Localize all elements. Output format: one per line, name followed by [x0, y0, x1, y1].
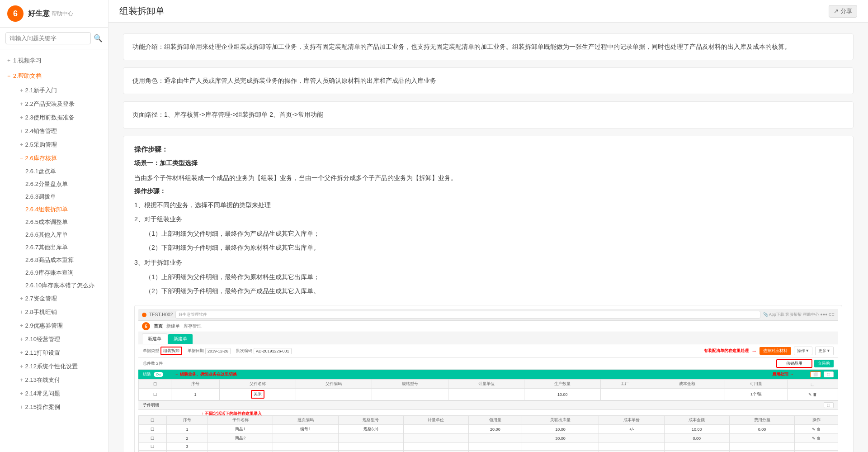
sidebar-item-coupon[interactable]: +2.9优惠券管理 — [13, 319, 108, 333]
child-out-1: 10.00 — [522, 425, 599, 434]
child-spec-2 — [338, 434, 403, 443]
parent-name-input[interactable]: 关米 — [251, 390, 264, 399]
step-3: 3、对于拆卸业务 — [134, 256, 842, 270]
step-3-1: （1）上部明细为父件明细，最终作为原材料生成其它出库单； — [145, 270, 842, 284]
share-icon: ↗ — [834, 8, 839, 14]
parent-unit-1[interactable] — [448, 389, 524, 400]
parent-cost-1[interactable] — [649, 389, 725, 400]
c3-1: ☐ — [139, 443, 167, 451]
nav-subsub-inventory: 2.6.1盘点单 2.6.2分量盘点单 2.6.3调拨单 2.6.4组装拆卸单 … — [13, 165, 108, 292]
sidebar-item-inventory[interactable]: −2.6库存核算 — [13, 152, 108, 165]
sidebar-item-faq[interactable]: +2.14常见问题 — [13, 387, 108, 400]
child-spec-1: 规格(小) — [338, 425, 403, 434]
c3-11 — [729, 443, 794, 451]
child-op-2[interactable]: ✎ 🗑 — [795, 434, 838, 443]
sidebar-item-finance[interactable]: +2.7资金管理 — [13, 292, 108, 305]
share-button[interactable]: ↗ 分享 — [829, 5, 857, 18]
sidebar-item-data-prep[interactable]: +2.3使用前数据准备 — [13, 111, 108, 124]
info-block-role: 使用角色：通常由生产人员或库管人员完成拆装业务的操作，库管人员确认原材料的出库和… — [123, 67, 854, 94]
form-row-1: 单据类型 组装拆卸 单据日期 2019-12-26 批次编码 AD-201912… — [138, 344, 838, 358]
sidebar-item-cost-adjust[interactable]: 2.6.5成本调整单 — [18, 216, 108, 228]
action-btn-2[interactable]: 更多▼ — [815, 347, 834, 355]
c3-4 — [273, 443, 338, 451]
child-section-title: 子件明细 — [143, 402, 159, 408]
parent-table-header: ☐ 序号 父件名称 父件编码 规格型号 计量单位 生产数量 工厂 成本金额 — [139, 380, 838, 389]
sidebar-item-cost-recalc[interactable]: 2.6.8商品成本重算 — [18, 254, 108, 266]
c3-8 — [522, 443, 599, 451]
c3-5 — [338, 443, 403, 451]
sidebar-item-assembly[interactable]: 2.6.4组装拆卸单 — [18, 203, 108, 216]
main: 组装拆卸单 ↗ 分享 功能介绍：组装拆卸单用来处理企业组装或拆卸等加工业务，支持… — [108, 0, 868, 452]
search-material-input[interactable]: 供销品用 — [776, 359, 812, 368]
search-input[interactable] — [5, 32, 91, 44]
sidebar-item-other-out[interactable]: 2.6.7其他出库单 — [18, 241, 108, 254]
sidebar-item-payment[interactable]: +2.13在线支付 — [13, 373, 108, 387]
sidebar-item-mobile[interactable]: +2.8手机旺铺 — [13, 305, 108, 319]
child-col-batch: 批次编码 — [273, 416, 338, 425]
sidebar-item-help-docs[interactable]: − 2.帮助文档 — [0, 68, 108, 84]
sidebar-item-video-learning[interactable]: + 1.视频学习 — [0, 53, 108, 68]
parent-op-1[interactable]: ✎ 🗑 — [788, 389, 838, 400]
action-btn-1[interactable]: 操作▼ — [794, 347, 812, 355]
enable-btn[interactable]: ⬜ — [810, 371, 821, 377]
field-date-label: 单据日期 — [188, 348, 204, 354]
parent-qty-1[interactable]: 10.00 — [524, 389, 601, 400]
sidebar-item-weight-stock[interactable]: 2.6.2分量盘点单 — [18, 178, 108, 190]
child-section-header: 子件明细 ↑ 不固定活活下的组件在这里录入 ⬚ — [138, 400, 838, 410]
expand-btn[interactable]: ⬚ — [824, 371, 834, 377]
child-name-1: 商品1 — [208, 425, 273, 434]
sidebar-item-purchase[interactable]: +2.5采购管理 — [13, 138, 108, 152]
child-row-3: ☐3 — [139, 443, 838, 451]
col-factory: 工厂 — [601, 380, 649, 389]
annotation-enable: 启用处理 → — [772, 371, 794, 377]
toggle-section: 组装 On ← 组装业务、拆卸业务在这里切换 启用处理 → ⬜ ⬚ — [138, 370, 838, 379]
parent-avail-1[interactable]: 1个/装 — [725, 389, 788, 400]
c3-2: 3 — [166, 443, 208, 451]
sidebar-item-new-user[interactable]: +2.1新手入门 — [13, 84, 108, 97]
parent-spec-1[interactable] — [372, 389, 448, 400]
step-2: 2、对于组装业务 — [134, 212, 842, 226]
search-box: 🔍 — [0, 28, 108, 49]
sidebar-item-custom[interactable]: +2.12系统个性化设置 — [13, 360, 108, 373]
step-2-sub: （1）上部明细为父件明细，最终作为产成品生成其它入库单； （2）下部明细为子件明… — [134, 227, 842, 254]
sidebar-item-print[interactable]: +2.11打印设置 — [13, 346, 108, 360]
field-type-input[interactable]: 组装拆卸 — [160, 347, 182, 355]
child-loss-2 — [729, 434, 794, 443]
child-check-2[interactable]: ☐ — [139, 434, 167, 443]
parent-check-1[interactable]: ☐ — [139, 389, 171, 400]
child-seq-1: 1 — [166, 425, 208, 434]
parent-code-1[interactable] — [296, 389, 372, 400]
child-check-1[interactable]: ☐ — [139, 425, 167, 434]
child-costamt-1: 10.00 — [664, 425, 729, 434]
field-batch-input[interactable]: AD-20191226-001 — [254, 348, 292, 354]
count-label: 总件数 2件 — [143, 361, 163, 366]
sidebar-item-other-in[interactable]: 2.6.6其他入库单 — [18, 228, 108, 241]
url-bar: 好生意管理软件 — [175, 311, 760, 319]
confirm-btn[interactable]: 立采购 — [814, 360, 834, 367]
select-material-btn[interactable]: 选择对应材料 — [760, 347, 791, 355]
sidebar-item-install[interactable]: +2.2产品安装及登录 — [13, 97, 108, 111]
sidebar-item-ops[interactable]: +2.10经营管理 — [13, 333, 108, 346]
sidebar-item-sales[interactable]: +2.4销售管理 — [13, 124, 108, 138]
search-button[interactable]: 🔍 — [94, 34, 103, 43]
sidebar-item-stock-book[interactable]: 2.6.9库存账本查询 — [18, 266, 108, 279]
tab-assembly[interactable]: 新建单 — [168, 334, 193, 344]
parent-table: ☐ 序号 父件名称 父件编码 规格型号 计量单位 生产数量 工厂 成本金额 — [138, 379, 838, 400]
sidebar-item-transfer[interactable]: 2.6.3调拨单 — [18, 190, 108, 203]
parent-factory-1[interactable] — [601, 389, 649, 400]
app-brand: 首页 — [154, 323, 163, 329]
sidebar-item-cases[interactable]: +2.15操作案例 — [13, 400, 108, 414]
col-spec: 规格型号 — [372, 380, 448, 389]
field-date-input[interactable]: 2019-12-26 — [205, 348, 231, 354]
child-costamt-2: 0.00 — [664, 434, 729, 443]
tab-active[interactable]: 新建单 — [142, 333, 167, 344]
sidebar-item-stocktake[interactable]: 2.6.1盘点单 — [18, 165, 108, 178]
toggle-switch[interactable]: On — [154, 372, 163, 377]
col-avail: 可用量 — [725, 380, 788, 389]
sidebar-item-stock-fix[interactable]: 2.6.10库存账本错了怎么办 — [18, 279, 108, 292]
main-header: 组装拆卸单 ↗ 分享 — [108, 0, 868, 23]
child-op-1[interactable]: ✎ 🗑 — [795, 425, 838, 434]
arrow-1: → — [751, 348, 757, 354]
child-expand-btn[interactable]: ⬚ — [824, 402, 834, 408]
child-costunit-2 — [599, 434, 664, 443]
